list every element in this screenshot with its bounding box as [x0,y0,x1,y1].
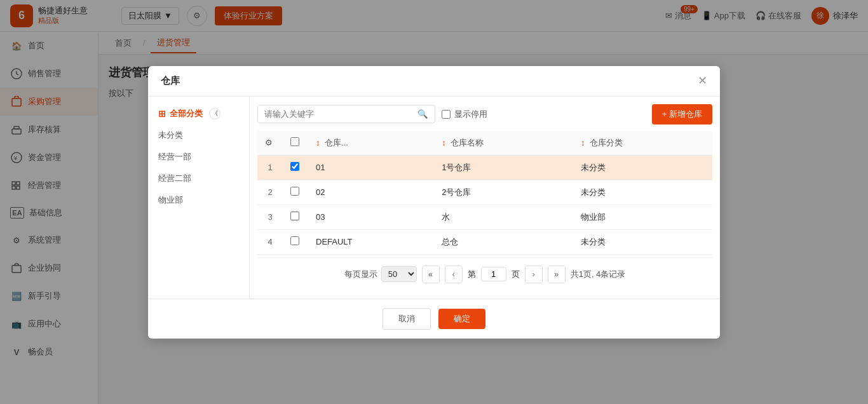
first-page-button[interactable]: « [422,266,440,283]
modal-overlay: 仓库 ✕ ⊞ 全部分类 《 未分类 经营一部 经营二部 [0,0,868,404]
prev-page-icon: ‹ [452,269,454,279]
row-checkbox[interactable] [290,187,299,196]
row-num: 2 [257,180,283,205]
last-page-button[interactable]: » [548,266,566,283]
show-disabled-checkbox[interactable] [442,110,451,119]
row-checkbox[interactable] [290,212,299,220]
row-checkbox[interactable] [290,162,299,171]
warehouse-table: ⚙ ↕ 仓库... ↕ [257,131,712,255]
col-checkbox [283,131,308,156]
collapse-button[interactable]: 《 [209,108,220,119]
row-name: 1号仓库 [434,155,573,180]
page-size-area: 每页显示 50 20 100 [344,266,417,282]
modal-sidebar: ⊞ 全部分类 《 未分类 经营一部 经营二部 物业部 [148,97,250,299]
search-input[interactable] [258,105,411,123]
show-disabled-label: 显示停用 [442,109,487,120]
sidebar-category-property[interactable]: 物业部 [148,189,249,211]
add-warehouse-button[interactable]: + 新增仓库 [652,104,712,125]
table-row[interactable]: 2 02 2号仓库 未分类 [257,180,712,205]
page-unit: 页 [512,269,520,280]
search-button[interactable]: 🔍 [411,105,435,123]
col-name: ↕ 仓库名称 [434,131,573,156]
table-header-row: ⚙ ↕ 仓库... ↕ [257,131,712,156]
total-info: 共1页, 4条记录 [571,269,626,280]
sidebar-category-unclassified[interactable]: 未分类 [148,125,249,146]
row-name: 2号仓库 [434,180,573,205]
table-row[interactable]: 3 03 水 物业部 [257,205,712,229]
show-disabled-text: 显示停用 [454,109,487,120]
sidebar-category-ops1[interactable]: 经营一部 [148,146,249,168]
search-box: 🔍 [257,105,435,123]
per-page-label: 每页显示 [344,269,377,280]
modal-main-panel: 🔍 显示停用 + 新增仓库 ⚙ [250,97,720,299]
sort-icon-code: ↕ [316,138,320,147]
row-num: 4 [257,229,283,254]
row-name: 总仓 [434,229,573,254]
modal-header: 仓库 ✕ [148,66,720,97]
col-category: ↕ 仓库分类 [573,131,712,156]
next-page-button[interactable]: › [525,266,543,283]
prev-page-button[interactable]: ‹ [445,266,463,283]
row-num: 1 [257,155,283,180]
settings-icon: ⚙ [265,138,273,147]
sidebar-all-categories[interactable]: ⊞ 全部分类 《 [148,103,249,125]
page-number-input[interactable] [481,267,506,281]
row-checkbox[interactable] [290,236,299,245]
grid-icon: ⊞ [158,109,166,119]
row-category: 物业部 [573,205,712,229]
sidebar-category-ops2[interactable]: 经营二部 [148,168,249,189]
row-num: 3 [257,205,283,229]
modal-body: ⊞ 全部分类 《 未分类 经营一部 经营二部 物业部 [148,97,720,299]
row-code: 02 [308,180,434,205]
page-size-select[interactable]: 50 20 100 [381,266,417,282]
col-code: ↕ 仓库... [308,131,434,156]
row-name: 水 [434,205,573,229]
all-categories-label: 全部分类 [170,108,203,119]
search-icon: 🔍 [417,109,428,119]
next-page-icon: › [532,269,534,279]
row-code: 01 [308,155,434,180]
pagination: 每页显示 50 20 100 « ‹ 第 页 [257,257,712,291]
modal-footer: 取消 确定 [148,299,720,339]
cancel-button[interactable]: 取消 [383,308,431,330]
modal-title: 仓库 [161,75,180,87]
page-label: 第 [468,269,476,280]
table-row[interactable]: 4 DEFAULT 总仓 未分类 [257,229,712,254]
col-settings: ⚙ [257,131,283,156]
table-row[interactable]: 1 01 1号仓库 未分类 [257,155,712,180]
modal-close-button[interactable]: ✕ [698,75,707,86]
first-page-icon: « [428,269,433,279]
row-checkbox-cell [283,205,308,229]
row-category: 未分类 [573,180,712,205]
warehouse-modal: 仓库 ✕ ⊞ 全部分类 《 未分类 经营一部 经营二部 [148,66,720,339]
sort-icon-category: ↕ [581,138,585,147]
confirm-button[interactable]: 确定 [438,309,485,329]
row-category: 未分类 [573,229,712,254]
select-all-checkbox[interactable] [290,137,299,146]
sort-icon-name: ↕ [442,138,446,147]
modal-toolbar: 🔍 显示停用 + 新增仓库 [257,104,712,125]
row-category: 未分类 [573,155,712,180]
row-checkbox-cell [283,180,308,205]
row-code: 03 [308,205,434,229]
row-checkbox-cell [283,155,308,180]
last-page-icon: » [554,269,559,279]
row-code: DEFAULT [308,229,434,254]
row-checkbox-cell [283,229,308,254]
